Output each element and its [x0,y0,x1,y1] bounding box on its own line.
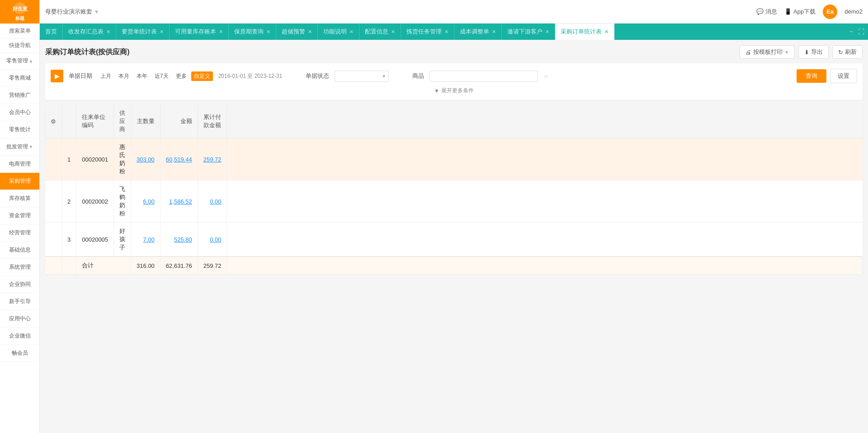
row-amount: 525.80 [160,223,198,257]
svg-text:好生意: 好生意 [12,6,28,11]
filter-expand-btn[interactable]: ▶ [51,70,63,82]
tab-invite-downstream[interactable]: 邀请下游客户 ✕ [502,24,555,40]
tab-collect-send[interactable]: 收发存汇总表 ✕ [63,24,116,40]
tab-purchase-stats[interactable]: 采购订单统计表 ✕ [555,24,614,40]
sidebar-item-ecommerce[interactable]: 电商管理 [0,156,39,173]
sidebar-item-retail-store[interactable]: 零售商城 [0,70,39,87]
tab-pick-task[interactable]: 拣货任务管理 ✕ [401,24,454,40]
table-row: 3 00020005 好孩子 7.00 525.80 0.00 [45,223,863,257]
sidebar-item-operations[interactable]: 经营管理 [0,224,39,242]
sidebar-quick-nav-label: 快捷导航 [3,42,37,49]
sidebar-search-btn[interactable]: 搜索菜单 [0,24,39,39]
tab-close-icon[interactable]: ✕ [492,29,496,35]
row-extra-cell [227,181,863,223]
sidebar-item-member[interactable]: 会员中心 [0,104,39,121]
tab-close-icon[interactable]: ✕ [604,29,609,35]
sidebar-item-app-center[interactable]: 应用中心 [0,310,39,328]
row-index: 1 [62,138,76,181]
sidebar-item-label: 零售商城 [9,74,31,82]
tab-close-icon[interactable]: ✕ [219,29,223,35]
col-settings[interactable]: ⚙ [45,105,62,138]
chevron-up-icon: ▲ [29,58,33,63]
sidebar-item-system[interactable]: 系统管理 [0,259,39,276]
date-shortcut-this-month[interactable]: 本月 [116,71,132,81]
settings-button[interactable]: 设置 [830,69,857,83]
workspace-name: 母婴行业演示账套 [45,8,92,16]
table-settings-icon[interactable]: ⚙ [51,118,56,125]
export-button[interactable]: ⬇ 导出 [798,45,829,59]
page-title: 采购订单统计表(按供应商) [45,48,130,57]
sidebar-item-finance[interactable]: 资金管理 [0,207,39,224]
sidebar-item-label: 会员中心 [9,109,31,116]
tab-minimize-btn[interactable]: － [848,28,854,36]
tab-close-icon[interactable]: ✕ [349,29,354,35]
tab-label: 邀请下游客户 [507,28,542,36]
sidebar-item-vip[interactable]: 畅会员 [0,345,39,362]
sidebar-item-label: 经营管理 [9,229,31,237]
tab-home[interactable]: 首页 [40,24,63,40]
tab-close-icon[interactable]: ✕ [160,29,164,35]
tab-close-icon[interactable]: ✕ [545,29,549,35]
sidebar-quick-nav[interactable]: 快捷导航 [0,39,39,52]
sidebar-item-purchase[interactable]: 采购管理 [0,173,39,190]
goods-filter-input[interactable] [429,71,538,82]
table-footer-row: 合计 316.00 62,631.76 259.72 [45,257,863,274]
status-select[interactable] [335,71,389,82]
date-shortcut-more[interactable]: 更多 [173,71,189,81]
tab-func-desc[interactable]: 功能说明 ✕ [318,24,359,40]
main-area: 母婴行业演示账套 ▼ 💬 消息 📱 App下载 Ea demo2 首页 收发存汇… [40,0,868,433]
tab-close-icon[interactable]: ✕ [308,29,312,35]
tab-available-stock[interactable]: 可用量库存账本 ✕ [170,24,229,40]
page-actions: 🖨 按模板打印 ▼ ⬇ 导出 ↻ 刷新 [740,45,863,59]
sidebar-item-label: 应用中心 [9,315,31,323]
print-label: 按模板打印 [753,48,783,56]
sidebar-item-newbie[interactable]: 新手引导 [0,293,39,310]
sidebar-item-stock[interactable]: 库存核算 [0,190,39,207]
footer-empty-cell2 [62,257,76,274]
sidebar-item-enterprise-wx[interactable]: 企业微信 [0,328,39,345]
tab-label: 收发存汇总表 [68,28,104,36]
row-amount: 60,519.44 [160,138,198,181]
sidebar-item-retail-manage[interactable]: 零售管理 ▲ [0,52,39,70]
sidebar-item-basics[interactable]: 基础信息 [0,242,39,259]
tab-close-icon[interactable]: ✕ [444,29,448,35]
query-button[interactable]: 查询 [797,69,826,83]
avatar[interactable]: Ea [823,5,837,19]
row-extra-cell [227,138,863,181]
footer-extra-cell [227,257,863,274]
tab-maximize-btn[interactable]: ⛶ [858,28,864,35]
sidebar-item-marketing[interactable]: 营销推广 [0,87,39,104]
tab-overstock-alert[interactable]: 超储预警 ✕ [276,24,318,40]
app-download-btn[interactable]: 📱 App下载 [784,8,816,16]
refresh-button[interactable]: ↻ 刷新 [832,45,863,59]
message-btn[interactable]: 💬 消息 [756,8,777,16]
phone-icon: 📱 [784,8,792,15]
sidebar-item-wholesale[interactable]: 批发管理 ▼ [0,138,39,156]
tab-config-info[interactable]: 配置信息 ✕ [359,24,401,40]
sidebar-item-label: 新手引导 [9,298,31,305]
expand-more-row[interactable]: ▼ 展开更多条件 [51,87,857,95]
tab-cost-adjust[interactable]: 成本调整单 ✕ [454,24,502,40]
date-custom-badge[interactable]: 自定义 [191,71,213,81]
tab-close-icon[interactable]: ✕ [266,29,270,35]
status-select-wrapper: ▼ [335,71,389,82]
tab-close-icon[interactable]: ✕ [106,29,110,35]
tab-order-stats[interactable]: 要货单统计表 ✕ [116,24,170,40]
sidebar-logo: 好生意 标题 [0,0,39,24]
workspace-selector[interactable]: 母婴行业演示账套 ▼ [45,8,99,16]
tab-label: 配置信息 [365,28,388,36]
goods-filter-more[interactable]: ··· [543,73,548,79]
sidebar-item-enterprise[interactable]: 企业协同 [0,276,39,293]
sidebar-item-label: 库存核算 [9,195,31,202]
tab-close-icon[interactable]: ✕ [391,29,395,35]
print-button[interactable]: 🖨 按模板打印 ▼ [740,45,795,59]
workspace-dropdown-icon: ▼ [94,9,99,14]
expand-more-label: 展开更多条件 [441,87,474,95]
tab-expiry-query[interactable]: 保质期查询 ✕ [229,24,276,40]
date-shortcut-this-year[interactable]: 本年 [134,71,150,81]
sidebar: 好生意 标题 搜索菜单 快捷导航 零售管理 ▲ 零售商城 营销推广 会员中心 零… [0,0,40,433]
sidebar-item-retail-stats[interactable]: 零售统计 [0,121,39,138]
filter-row: ▶ 单据日期 上月 本月 本年 近7天 更多 自定义 2016-01-01 至 … [51,69,857,83]
date-shortcut-7days[interactable]: 近7天 [152,71,171,81]
date-shortcut-last-month[interactable]: 上月 [98,71,114,81]
